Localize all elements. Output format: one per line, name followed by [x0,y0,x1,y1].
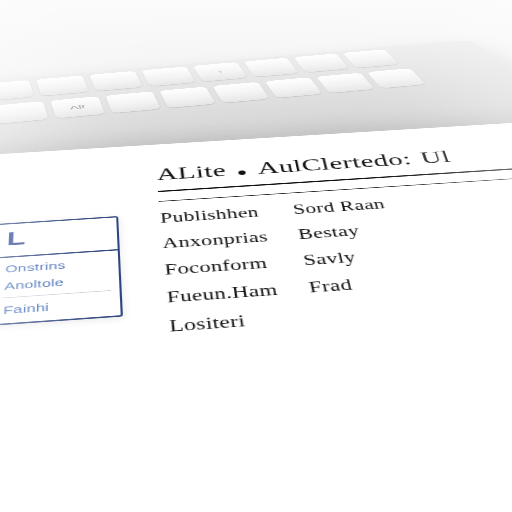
key-blank[interactable] [244,58,299,77]
list-columns: Publishhen Anxonprias Foconform Fueun.Ha… [160,186,512,335]
key-blank[interactable] [343,49,399,68]
sidebar-card: L Onstrins Anoltole Fainhi [0,216,123,326]
list-item: Bestay [297,221,394,243]
key-alt[interactable]: Alt [50,96,105,118]
key-blank[interactable] [294,54,350,73]
key-blank[interactable] [142,66,196,86]
heading-left: ALite [156,161,228,185]
list-col-1: Publishhen Anxonprias Foconform Fueun.Ha… [160,204,284,335]
key-blank[interactable] [89,71,142,91]
list-item: Fueun.Ham [166,281,279,306]
list-item: Savly [302,246,401,269]
page-heading: ALite AulClertedo: Ul [156,142,512,184]
key-blank[interactable] [105,91,161,113]
key-arrow-up[interactable]: ↑ [193,62,248,82]
heading-tail: Ul [418,147,453,168]
sidebar-link[interactable]: Fainhi [0,290,120,317]
key-blank[interactable] [213,82,270,103]
list-item: Foconform [164,254,274,278]
list-item: Frad [307,272,409,296]
key-blank[interactable] [265,77,323,98]
key-blank[interactable] [36,75,89,96]
key-blank[interactable] [0,80,34,101]
key-blank[interactable] [159,87,215,108]
bullet-icon [238,170,246,175]
key-blank[interactable] [367,68,426,88]
heading-right: AulClertedo: [256,149,414,178]
key-blank-wide[interactable] [0,101,48,130]
list-col-2: Sord Raan Bestay Savly Frad [292,196,417,325]
list-item: Lositeri [169,309,284,335]
key-blank[interactable] [316,73,374,93]
list-item: Publishhen [160,204,265,226]
list-item: Anxonprias [162,229,270,252]
list-item: Sord Raan [292,196,387,217]
